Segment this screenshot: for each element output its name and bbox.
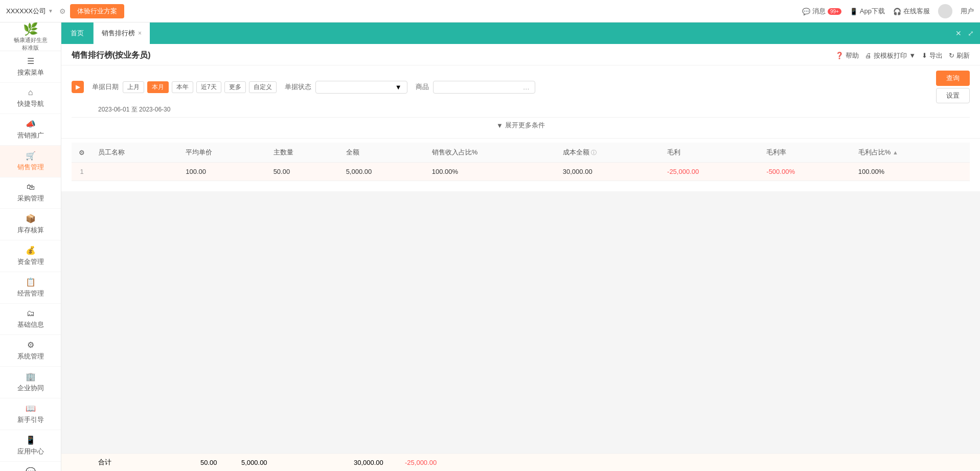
date-filter-buttons: 上月 本月 本年 近7天 更多 自定义 — [123, 81, 277, 93]
refresh-button[interactable]: ↻ 刷新 — [949, 51, 970, 60]
trial-button[interactable]: 体验行业方案 — [70, 4, 124, 18]
home-icon: ⌂ — [28, 88, 33, 97]
gear-icon[interactable]: ⚙ — [59, 7, 66, 15]
date-range-text: 2023-06-01 至 2023-06-30 — [98, 106, 170, 113]
date-filter-group: 单据日期 上月 本月 本年 近7天 更多 自定义 — [92, 81, 277, 93]
query-button[interactable]: 查询 — [936, 71, 970, 86]
expand-button[interactable]: ▼ 展开更多条件 — [496, 121, 545, 130]
sales-icon: 🛒 — [26, 151, 36, 161]
sidebar-item-sales[interactable]: 🛒 销售管理 — [0, 146, 61, 177]
enterprise-icon: 🏢 — [26, 372, 36, 382]
sidebar-item-label: 快捷导航 — [17, 99, 44, 108]
filter-bar: ▶ 单据日期 上月 本月 本年 近7天 更多 自定义 — [61, 65, 980, 139]
date-range-display: 2023-06-01 至 2023-06-30 — [98, 105, 970, 114]
print-button[interactable]: 🖨 按模板打印 ▼ — [865, 51, 916, 60]
sidebar-item-label: 营销推广 — [17, 131, 44, 140]
page-content: 销售排行榜(按业务员) ❓ 帮助 🖨 按模板打印 ▼ ⬇ — [61, 44, 980, 453]
help-button[interactable]: ❓ 帮助 — [835, 51, 859, 60]
print-icon: 🖨 — [865, 52, 872, 59]
col-gross-rate: 毛利率 — [760, 143, 852, 163]
cell-name — [92, 163, 179, 181]
operations-icon: 📋 — [26, 277, 36, 287]
footer-gross: -25,000.00 — [399, 459, 450, 466]
help-label: 帮助 — [846, 51, 859, 60]
system-icon: ⚙ — [27, 340, 34, 350]
guide-icon: 📖 — [26, 403, 36, 413]
last-7-days-btn[interactable]: 近7天 — [196, 81, 221, 93]
sidebar-item-purchase[interactable]: 🛍 采购管理 — [0, 177, 61, 209]
app-center-icon: 📱 — [26, 435, 36, 445]
last-month-btn[interactable]: 上月 — [123, 81, 144, 93]
close-window-icon[interactable]: ✕ — [955, 29, 962, 37]
sidebar: 🌿 畅康通好生意 标准版 ☰ 搜索菜单 ⌂ 快捷导航 📣 营销推广 🛒 销售管理… — [0, 23, 61, 471]
sidebar-item-inventory[interactable]: 📦 库存核算 — [0, 209, 61, 240]
phone-icon: 📱 — [850, 8, 858, 15]
sidebar-item-label: 采购管理 — [17, 194, 44, 203]
sidebar-item-marketing[interactable]: 📣 营销推广 — [0, 114, 61, 146]
sidebar-item-label: 库存核算 — [17, 226, 44, 235]
message-button[interactable]: 💬 消息 99+ — [802, 7, 841, 16]
table-container: ⚙ 员工名称 平均单价 主数量 全额 销售收入占比% 成本全额 ⓘ 毛利 毛利率… — [61, 143, 980, 191]
tab-home-label: 首页 — [71, 29, 84, 38]
page-header: 销售排行榜(按业务员) ❓ 帮助 🖨 按模板打印 ▼ ⬇ — [61, 44, 980, 65]
footer-amount: 5,000.00 — [235, 459, 286, 466]
tab-close-icon[interactable]: × — [138, 30, 142, 37]
goods-input[interactable]: … — [433, 81, 535, 94]
sidebar-item-finance[interactable]: 💰 资金管理 — [0, 240, 61, 272]
app-download-button[interactable]: 📱 App下载 — [850, 7, 885, 16]
basic-info-icon: 🗂 — [27, 309, 35, 318]
sidebar-logo: 🌿 畅康通好生意 标准版 — [0, 23, 61, 51]
cell-gross-pct: 100.00% — [852, 163, 970, 181]
sidebar-item-enterprise[interactable]: 🏢 企业协同 — [0, 367, 61, 398]
sidebar-item-wechat[interactable]: 💬 企业微信 — [0, 462, 61, 471]
sidebar-item-system[interactable]: ⚙ 系统管理 — [0, 335, 61, 367]
table-header-row: ⚙ 员工名称 平均单价 主数量 全额 销售收入占比% 成本全额 ⓘ 毛利 毛利率… — [72, 143, 970, 163]
sidebar-item-operations[interactable]: 📋 经营管理 — [0, 272, 61, 304]
footer-main-qty: 50.00 — [194, 459, 235, 466]
company-name: XXXXXX公司 — [6, 7, 46, 16]
tab-sales-ranking[interactable]: 销售排行榜 × — [94, 23, 150, 44]
settings-button[interactable]: 设置 — [936, 88, 970, 103]
export-label: 导出 — [929, 51, 943, 60]
export-icon: ⬇ — [922, 52, 927, 59]
this-year-btn[interactable]: 本年 — [172, 81, 193, 93]
goods-more-icon: … — [523, 83, 530, 91]
sidebar-item-quick-nav[interactable]: ⌂ 快捷导航 — [0, 83, 61, 114]
company-selector[interactable]: XXXXXX公司 ▼ — [6, 7, 53, 16]
sidebar-item-app-center[interactable]: 📱 应用中心 — [0, 430, 61, 462]
col-avg-price: 平均单价 — [179, 143, 267, 163]
data-table: ⚙ 员工名称 平均单价 主数量 全额 销售收入占比% 成本全额 ⓘ 毛利 毛利率… — [72, 143, 970, 181]
avatar[interactable] — [938, 4, 952, 18]
tab-bar-right: ✕ ⤢ — [949, 23, 980, 44]
date-label: 单据日期 — [92, 82, 119, 92]
sidebar-item-guide[interactable]: 📖 新手引导 — [0, 398, 61, 430]
sidebar-item-label: 经营管理 — [17, 289, 44, 298]
message-icon: 💬 — [802, 8, 810, 15]
custom-btn[interactable]: 自定义 — [249, 81, 277, 93]
info-icon2: ▲ — [893, 149, 898, 155]
question-icon: ❓ — [835, 52, 844, 59]
goods-label: 商品 — [416, 82, 429, 92]
online-service-label: 在线客服 — [903, 7, 930, 16]
filter-toggle-button[interactable]: ▶ — [72, 81, 84, 93]
sidebar-item-label: 新手引导 — [17, 415, 44, 424]
this-month-btn[interactable]: 本月 — [147, 81, 169, 93]
sidebar-item-label: 系统管理 — [17, 352, 44, 361]
purchase-icon: 🛍 — [27, 183, 35, 192]
refresh-label: 刷新 — [956, 51, 970, 60]
more-btn[interactable]: 更多 — [224, 81, 246, 93]
online-service-button[interactable]: 🎧 在线客服 — [893, 7, 930, 16]
main-layout: 🌿 畅康通好生意 标准版 ☰ 搜索菜单 ⌂ 快捷导航 📣 营销推广 🛒 销售管理… — [0, 23, 980, 471]
export-button[interactable]: ⬇ 导出 — [922, 51, 943, 60]
table-header: ⚙ 员工名称 平均单价 主数量 全额 销售收入占比% 成本全额 ⓘ 毛利 毛利率… — [72, 143, 970, 163]
col-main-qty: 主数量 — [267, 143, 340, 163]
maximize-icon[interactable]: ⤢ — [968, 29, 974, 37]
sidebar-item-label: 资金管理 — [17, 257, 44, 266]
status-select[interactable]: ▼ — [315, 81, 407, 94]
sidebar-item-basic-info[interactable]: 🗂 基础信息 — [0, 304, 61, 335]
status-chevron-icon: ▼ — [395, 83, 402, 91]
table-totals-footer: 合计 50.00 5,000.00 30,000.00 -25,000.00 — [61, 453, 980, 471]
sidebar-item-search-order[interactable]: ☰ 搜索菜单 — [0, 51, 61, 83]
empty-space — [61, 191, 980, 345]
tab-home[interactable]: 首页 — [61, 23, 94, 44]
